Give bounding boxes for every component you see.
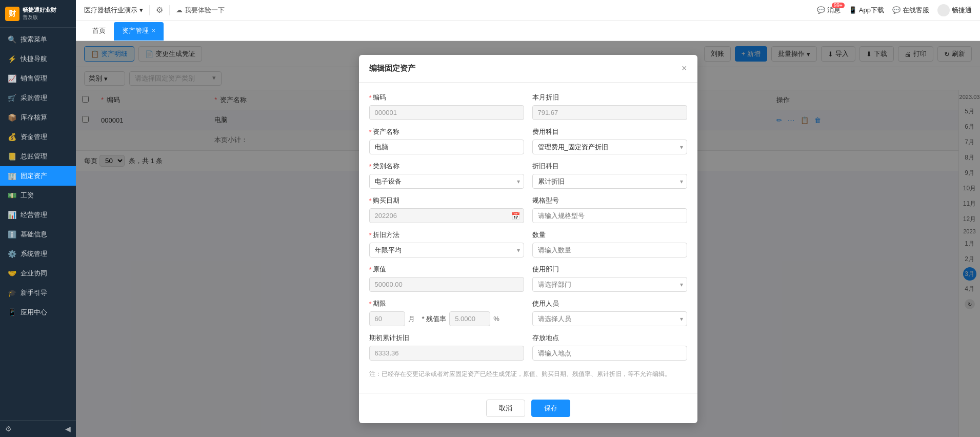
sidebar-item-label: 销售管理 — [21, 74, 47, 83]
form-grid: * 编码 * 资产名称 — [369, 93, 687, 361]
purchase-date-wrap: 📅 — [369, 208, 524, 223]
save-button[interactable]: 保存 — [531, 400, 570, 417]
tab-home[interactable]: 首页 — [84, 22, 114, 41]
topbar-right: 💬 消息 99+ 📱 App下载 💬 在线客服 畅捷通 — [817, 4, 972, 16]
company-selector[interactable]: 医疗器械行业演示 ▾ — [84, 6, 143, 15]
sidebar-item-search[interactable]: 🔍 搜索菜单 — [0, 30, 76, 49]
category-select-wrap: ▾ — [369, 174, 524, 189]
tab-close-icon[interactable]: × — [152, 27, 155, 34]
sidebar-item-label: 采购管理 — [21, 93, 47, 103]
logo-text: 畅捷通好业财 普及版 — [23, 6, 56, 21]
sidebar-item-operations[interactable]: 📊 经营管理 — [0, 205, 76, 225]
main-content: 医疗器械行业演示 ▾ ⚙ ☁ 我要体验一下 💬 消息 99+ 📱 App下载 — [76, 0, 980, 437]
form-category: * 类别名称 ▾ — [369, 162, 524, 189]
chevron-down-icon: ▾ — [139, 6, 143, 14]
form-purchase-date: * 购买日期 📅 — [369, 196, 524, 223]
edit-asset-modal: 编辑固定资产 × * 编码 — [359, 55, 697, 423]
topbar-divider2 — [169, 5, 170, 15]
sidebar-item-label: 固定资产 — [21, 171, 47, 181]
period-row: 月 * 残值率 % — [369, 311, 524, 326]
cancel-button[interactable]: 取消 — [486, 400, 525, 417]
spec-input[interactable] — [532, 208, 687, 223]
form-period: * 期限 月 * 残值率 — [369, 299, 524, 326]
sidebar-footer: ⚙ ◀ — [0, 420, 76, 437]
form-department: 使用部门 ▾ — [532, 265, 687, 292]
calendar-icon[interactable]: 📅 — [511, 212, 520, 220]
location-label: 存放地点 — [532, 333, 687, 343]
sidebar-item-label: 库存核算 — [21, 113, 47, 122]
depreciation-method-input[interactable] — [369, 243, 524, 257]
sidebar-header: 财 畅捷通好业财 普及版 — [0, 0, 76, 28]
purchase-icon: 🛒 — [7, 93, 16, 103]
category-input[interactable] — [369, 174, 524, 189]
sidebar-item-collaboration[interactable]: 🤝 企业协同 — [0, 264, 76, 283]
residual-rate-unit: % — [493, 315, 499, 323]
form-asset-name: * 资产名称 — [369, 127, 524, 154]
sidebar-item-sales[interactable]: 📈 销售管理 — [0, 69, 76, 88]
code-label: * 编码 — [369, 93, 524, 102]
app-download-btn[interactable]: 📱 App下载 — [849, 6, 884, 15]
company-name: 医疗器械行业演示 — [84, 6, 137, 15]
expense-account-input[interactable] — [532, 140, 687, 154]
form-original-value: * 原值 — [369, 265, 524, 292]
settings-btn[interactable]: ⚙ — [5, 425, 12, 433]
tab-asset-management[interactable]: 资产管理 × — [114, 22, 164, 41]
settings-icon[interactable]: ⚙ — [156, 5, 163, 15]
form-location: 存放地点 — [532, 333, 687, 361]
location-input[interactable] — [532, 346, 687, 361]
period-label: * 期限 — [369, 299, 524, 308]
message-btn[interactable]: 💬 消息 99+ — [817, 6, 841, 15]
sidebar-item-nav[interactable]: ⚡ 快捷导航 — [0, 49, 76, 69]
fixed-assets-icon: 🏢 — [7, 171, 16, 181]
sidebar-item-base-info[interactable]: ℹ️ 基础信息 — [0, 225, 76, 244]
guide-icon: 🎓 — [7, 288, 16, 297]
expense-account-label: 费用科目 — [532, 127, 687, 136]
sidebar-item-guide[interactable]: 🎓 新手引导 — [0, 283, 76, 303]
sidebar-item-ledger[interactable]: 📒 总账管理 — [0, 147, 76, 166]
form-initial-depreciation: 期初累计折旧 — [369, 333, 524, 361]
residual-rate-input[interactable] — [449, 311, 490, 326]
tabbar: 首页 资产管理 × — [76, 21, 980, 41]
sidebar-item-label: 基础信息 — [21, 230, 47, 239]
experience-icon: ☁ — [176, 6, 183, 14]
modal-title: 编辑固定资产 — [369, 64, 415, 73]
user-input[interactable] — [532, 311, 687, 326]
depreciation-account-label: 折旧科目 — [532, 162, 687, 171]
form-note: 注：已经存在变更记录或者对应固定资产已经生成凭证，原值、购买日期、残值率、累计折… — [369, 366, 687, 383]
quantity-input[interactable] — [532, 243, 687, 257]
user-label: 使用人员 — [532, 299, 687, 308]
period-input[interactable] — [369, 311, 405, 326]
search-icon: 🔍 — [7, 35, 16, 44]
spec-label: 规格型号 — [532, 196, 687, 205]
sidebar-item-fixed-assets[interactable]: 🏢 固定资产 — [0, 166, 76, 186]
depreciation-account-input[interactable] — [532, 174, 687, 189]
sidebar-item-app-center[interactable]: 📱 应用中心 — [0, 303, 76, 322]
depreciation-method-label: * 折旧方法 — [369, 230, 524, 240]
tab-label: 首页 — [92, 26, 106, 35]
service-icon: 💬 — [892, 6, 901, 14]
modal-body: * 编码 * 资产名称 — [359, 83, 697, 393]
code-input[interactable] — [369, 105, 524, 120]
sidebar-item-inventory[interactable]: 📦 库存核算 — [0, 108, 76, 127]
original-value-input[interactable] — [369, 277, 524, 292]
sidebar-item-finance[interactable]: 💰 资金管理 — [0, 127, 76, 147]
sidebar-item-system[interactable]: ⚙️ 系统管理 — [0, 244, 76, 264]
experience-btn[interactable]: ☁ 我要体验一下 — [176, 6, 225, 15]
avatar — [937, 4, 950, 16]
asset-name-input[interactable] — [369, 140, 524, 154]
topbar: 医疗器械行业演示 ▾ ⚙ ☁ 我要体验一下 💬 消息 99+ 📱 App下载 — [76, 0, 980, 21]
sidebar-item-purchase[interactable]: 🛒 采购管理 — [0, 88, 76, 108]
modal-overlay: 编辑固定资产 × * 编码 — [76, 41, 980, 437]
service-btn[interactable]: 💬 在线客服 — [892, 6, 929, 15]
collapse-btn[interactable]: ◀ — [65, 425, 71, 433]
user-menu[interactable]: 畅捷通 — [937, 4, 972, 16]
purchase-date-input[interactable] — [369, 208, 524, 223]
form-right: 本月折旧 费用科目 — [532, 93, 687, 361]
department-input[interactable] — [532, 277, 687, 292]
payroll-icon: 💵 — [7, 191, 16, 200]
depreciation-method-wrap: ▾ — [369, 243, 524, 257]
modal-close-btn[interactable]: × — [682, 63, 687, 74]
quantity-label: 数量 — [532, 230, 687, 240]
period-unit: 月 — [408, 314, 415, 324]
sidebar-item-payroll[interactable]: 💵 工资 — [0, 186, 76, 205]
